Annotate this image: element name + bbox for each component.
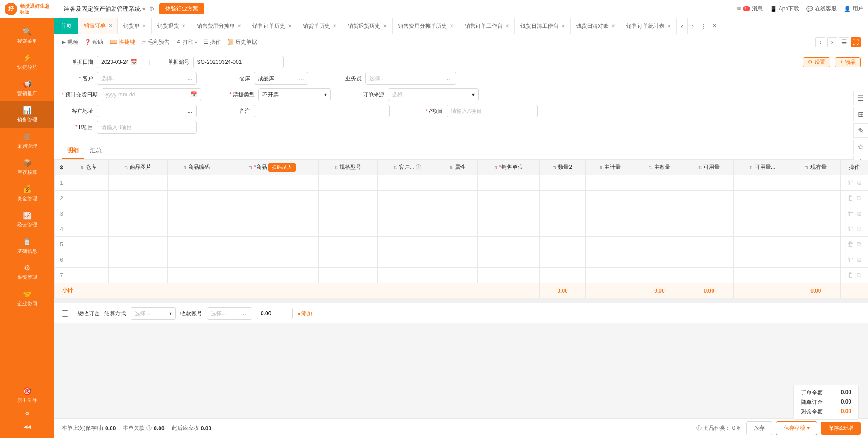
row-6-customer-code[interactable]	[378, 252, 437, 268]
order-source-select[interactable]: 选择... ▾	[388, 88, 479, 101]
row-7-qty2[interactable]	[540, 268, 585, 283]
discard-button[interactable]: 放弃	[746, 421, 772, 435]
row-5-warehouse[interactable]	[68, 237, 109, 252]
save-new-button[interactable]: 保存&新增	[821, 422, 861, 435]
row-5-image[interactable]	[108, 237, 167, 252]
tab-close-invoice-history[interactable]: ✕	[333, 24, 336, 29]
sidebar-item-purchase[interactable]: 🛒 采购管理	[0, 128, 54, 154]
row-2-customer-code[interactable]	[378, 191, 437, 206]
delete-row-1-icon[interactable]: 🗑	[847, 179, 853, 186]
sidebar-item-sales[interactable]: 📊 销售管理	[0, 101, 54, 128]
chevron-down-icon[interactable]: ▾	[142, 5, 145, 12]
tab-close-expense-history[interactable]: ✕	[450, 24, 453, 29]
delete-row-3-icon[interactable]: 🗑	[847, 210, 853, 217]
payment-method-select[interactable]: 选择... ▾	[131, 307, 176, 320]
row-1-available[interactable]	[684, 175, 734, 191]
row-7-product[interactable]	[226, 268, 319, 283]
row-4-image[interactable]	[108, 221, 167, 237]
tab-prev-btn[interactable]: ‹	[677, 18, 688, 34]
row-7-spec[interactable]	[319, 268, 378, 283]
row-6-attr[interactable]	[437, 252, 478, 268]
tab-sales-order-history[interactable]: 销售订单历史 ✕	[247, 18, 297, 34]
row-4-available[interactable]	[684, 221, 734, 237]
tab-close-all-btn[interactable]: ✕	[709, 18, 720, 34]
app-download-btn[interactable]: 📱 App下载	[770, 5, 799, 13]
account-select[interactable]: 选择... …	[207, 307, 252, 320]
tab-cash-reconcile[interactable]: 钱货日清对账 ✕	[571, 18, 621, 34]
row-4-attr[interactable]	[437, 221, 478, 237]
record-next-btn[interactable]: ›	[827, 37, 837, 47]
row-3-available2[interactable]	[734, 206, 791, 221]
tab-close-reconcile[interactable]: ✕	[611, 24, 615, 29]
tab-return-history[interactable]: 销货退货历史 ✕	[342, 18, 393, 34]
deposit-amount-input[interactable]	[257, 308, 293, 319]
row-4-unit[interactable]	[477, 221, 540, 237]
tab-cash-workbench[interactable]: 钱货日清工作台 ✕	[515, 18, 571, 34]
tab-close-expense[interactable]: ✕	[238, 24, 241, 29]
user-btn[interactable]: 👤 用户	[844, 5, 863, 13]
sidebar-item-system[interactable]: ⚙ 系统管理	[0, 259, 54, 285]
row-4-warehouse[interactable]	[68, 221, 109, 237]
tab-close-order-history[interactable]: ✕	[288, 24, 291, 29]
row-1-warehouse[interactable]	[68, 175, 109, 191]
row-5-main-qty[interactable]	[635, 237, 684, 252]
tab-invoice-history[interactable]: 销货单历史 ✕	[297, 18, 342, 34]
sidebar-item-guide[interactable]: 🎯 新手引导	[0, 383, 54, 407]
delete-row-4-icon[interactable]: 🗑	[847, 225, 853, 232]
tab-close-sales-order[interactable]: ✕	[108, 23, 112, 28]
row-3-customer-code[interactable]	[378, 206, 437, 221]
sidebar-item-quicknav[interactable]: ⚡ 快捷导航	[0, 49, 54, 75]
row-2-available[interactable]	[684, 191, 734, 206]
tab-close-invoice[interactable]: ✕	[142, 24, 146, 29]
row-3-warehouse[interactable]	[68, 206, 109, 221]
row-2-attr[interactable]	[437, 191, 478, 206]
delivery-date-input[interactable]: yyyy-mm-dd 📅	[102, 88, 201, 101]
row-5-unit[interactable]	[477, 237, 540, 252]
row-3-qty2[interactable]	[540, 206, 585, 221]
row-6-stock[interactable]	[791, 252, 840, 268]
row-7-stock[interactable]	[791, 268, 840, 283]
row-6-available2[interactable]	[734, 252, 791, 268]
row-6-available[interactable]	[684, 252, 734, 268]
copy-row-6-icon[interactable]: ⧉	[857, 256, 861, 263]
full-screen-btn[interactable]: ⛶	[851, 37, 861, 47]
staff-select[interactable]: 选择... …	[365, 72, 456, 85]
tab-sales-expense[interactable]: 销售费用分摊单 ✕	[191, 18, 247, 34]
message-icon-btn[interactable]: ✉ 9 消息	[737, 5, 763, 13]
profit-btn[interactable]: ☆ 毛利预告	[141, 39, 170, 46]
b-project-input[interactable]: 请输入B项目	[97, 121, 197, 134]
float-btn-2[interactable]: ⊞	[853, 107, 868, 121]
row-6-spec[interactable]	[319, 252, 378, 268]
row-2-available2[interactable]	[734, 191, 791, 206]
row-7-main-unit[interactable]	[585, 268, 635, 283]
save-draft-button[interactable]: 保存草稿 ▾	[776, 421, 817, 435]
online-support-btn[interactable]: 💬 在线客服	[806, 5, 837, 13]
row-3-stock[interactable]	[791, 206, 840, 221]
row-3-attr[interactable]	[437, 206, 478, 221]
sidebar-item-management[interactable]: 📈 经营管理	[0, 207, 54, 233]
row-2-spec[interactable]	[319, 191, 378, 206]
row-3-spec[interactable]	[319, 206, 378, 221]
copy-row-3-icon[interactable]: ⧉	[857, 210, 861, 217]
tab-order-workbench[interactable]: 销售订单工作台 ✕	[459, 18, 515, 34]
sidebar-collapse-btn[interactable]: ◀◀	[0, 420, 54, 433]
row-5-available[interactable]	[684, 237, 734, 252]
float-btn-4[interactable]: ☆	[853, 140, 868, 154]
float-btn-1[interactable]: ☰	[853, 91, 868, 105]
tab-sales-invoice[interactable]: 销货单 ✕	[118, 18, 152, 34]
row-1-qty2[interactable]	[540, 175, 585, 191]
row-4-customer-code[interactable]	[378, 221, 437, 237]
row-1-product[interactable]	[226, 175, 319, 191]
row-1-unit[interactable]	[477, 175, 540, 191]
row-1-stock[interactable]	[791, 175, 840, 191]
row-4-stock[interactable]	[791, 221, 840, 237]
col-settings-icon[interactable]: ⚙	[55, 160, 68, 175]
remarks-input[interactable]	[254, 105, 390, 117]
row-7-customer-code[interactable]	[378, 268, 437, 283]
row-1-customer-code[interactable]	[378, 175, 437, 191]
sidebar-settings-btn[interactable]: ⚙	[0, 407, 54, 420]
row-1-available2[interactable]	[734, 175, 791, 191]
row-5-product[interactable]	[226, 237, 319, 252]
row-1-code[interactable]	[167, 175, 226, 191]
sidebar-item-finance[interactable]: 💰 资金管理	[0, 180, 54, 207]
